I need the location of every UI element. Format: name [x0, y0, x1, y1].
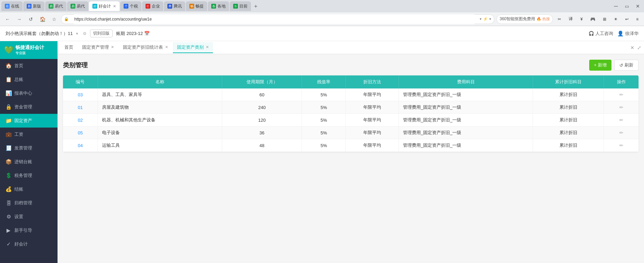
- app-tab-fixed-asset-mgmt[interactable]: 固定资产管理 ✕: [78, 42, 118, 53]
- browser-tab-tengxun[interactable]: 腾 腾讯: [164, 1, 185, 11]
- sidebar: 💚 畅捷通好会计 专业版 🏠 首页 📋 总账 📊 报表中心 🔒 资金管理: [0, 41, 58, 263]
- home-button[interactable]: 🏠: [38, 14, 47, 24]
- menu-button[interactable]: ≡: [633, 16, 641, 23]
- calendar-icon[interactable]: 📅: [144, 31, 150, 36]
- tab9-favicon: 畅: [189, 4, 194, 9]
- sidebar-item-guide[interactable]: ▶ 新手引导: [0, 224, 58, 237]
- browser-tab-changti[interactable]: 畅 畅提: [186, 1, 207, 11]
- sidebar-item-payroll[interactable]: 💼 工资: [0, 128, 58, 141]
- reload-button[interactable]: ↺: [26, 14, 36, 24]
- cell-accum-dep-0: 累计折旧: [533, 88, 604, 101]
- edit-button-3[interactable]: ✏: [619, 130, 623, 135]
- data-table: 编号 名称 使用期限（月） 残值率 折旧方法 费用科目 累计折旧科目 操作 03…: [63, 75, 639, 152]
- close-window-button[interactable]: ✕: [633, 1, 643, 11]
- user-avatar[interactable]: 👤 徐泽华: [617, 31, 639, 37]
- new-tab-button[interactable]: ＋: [252, 2, 260, 10]
- secure-icon: 🔒: [64, 17, 69, 21]
- edit-button-2[interactable]: ✏: [619, 117, 623, 123]
- col-name: 名称: [98, 75, 222, 88]
- undo-button[interactable]: ↩: [622, 16, 631, 23]
- browser-tab-geshuijin[interactable]: 个 个税: [120, 1, 141, 11]
- tab3-label: 易代: [55, 3, 63, 9]
- tab8-favicon: 腾: [167, 4, 172, 9]
- sidebar-feedback-label: 好会计: [14, 241, 28, 247]
- cell-name-4: 运输工具: [98, 139, 222, 152]
- sidebar-item-reports[interactable]: 📊 报表中心: [0, 86, 58, 100]
- game-button[interactable]: 🎮: [588, 16, 598, 23]
- edit-button-4[interactable]: ✏: [619, 143, 623, 148]
- cell-action-2[interactable]: ✏: [604, 114, 639, 127]
- app-tab-home[interactable]: 首页: [60, 42, 77, 53]
- minimize-button[interactable]: ─: [611, 1, 621, 11]
- tab4-label: 易代: [77, 3, 85, 9]
- sidebar-item-fixed-assets[interactable]: 📁 固定资产: [0, 114, 58, 128]
- sidebar-item-feedback[interactable]: ✓ 好会计: [0, 237, 58, 251]
- forward-button[interactable]: →: [14, 14, 24, 24]
- service-button[interactable]: 🎧 人工咨询: [589, 31, 613, 37]
- cell-action-3[interactable]: ✏: [604, 127, 639, 139]
- search-bar[interactable]: 360智能抠图免费用 🔥 热搜: [496, 14, 553, 24]
- sun-button[interactable]: ☀: [611, 16, 620, 23]
- edit-button-0[interactable]: ✏: [619, 92, 623, 97]
- settings-icon-header[interactable]: ⚙: [83, 31, 87, 36]
- sidebar-item-funds[interactable]: 🔒 资金管理: [0, 100, 58, 114]
- browser-tab-zaixin[interactable]: 在 在线: [1, 1, 23, 11]
- sidebar-item-close-accounts[interactable]: 💰 结账: [0, 182, 58, 196]
- cell-period-3: 36: [222, 127, 302, 139]
- browser-tab-haokuaiji[interactable]: 好 好会计 ✕: [89, 1, 119, 11]
- tab4-favicon: 易: [71, 4, 75, 9]
- app-tab-fixed-mgmt-close-icon[interactable]: ✕: [111, 45, 114, 49]
- app-tab-asset-category[interactable]: 固定资产类别 ✕: [173, 42, 213, 53]
- company-name: 刘小艳演示账套（勿删勿动！）11: [5, 31, 73, 37]
- sidebar-item-purchase-sales[interactable]: 📦 进销台账: [0, 155, 58, 169]
- page-info-icon[interactable]: ⚡: [483, 17, 488, 21]
- tab-bar-close-icon[interactable]: ✕: [630, 45, 634, 50]
- app-tab-category-close-icon[interactable]: ✕: [206, 45, 209, 49]
- translate-button[interactable]: 译: [566, 15, 576, 23]
- edit-button-1[interactable]: ✏: [619, 105, 623, 110]
- col-accum-dep: 累计折旧科目: [533, 75, 604, 88]
- sidebar-item-settings[interactable]: ⚙ 设置: [0, 210, 58, 224]
- tab5-close-icon[interactable]: ✕: [113, 4, 116, 9]
- refresh-button[interactable]: ↺ 刷新: [614, 60, 639, 71]
- grid-button[interactable]: ⊞: [600, 16, 609, 23]
- app-header-right: 🎧 人工咨询 👤 徐泽华: [589, 31, 639, 37]
- address-dropdown-icon[interactable]: ▾: [480, 17, 482, 21]
- app-tab-depreciation-close-icon[interactable]: ✕: [165, 45, 168, 49]
- sidebar-item-tax[interactable]: 💲 税务管理: [0, 169, 58, 182]
- funds-icon: 🔒: [5, 104, 12, 110]
- tab-bar-expand-icon[interactable]: ⤢: [637, 45, 641, 50]
- currency-button[interactable]: ¥: [578, 16, 585, 23]
- address-bar[interactable]: [70, 14, 478, 24]
- expand-address-icon[interactable]: ▾: [489, 17, 491, 21]
- cell-period-0: 60: [222, 88, 302, 101]
- back-button[interactable]: ←: [3, 14, 12, 24]
- sidebar-item-home[interactable]: 🏠 首页: [0, 59, 58, 73]
- sidebar-item-archive[interactable]: 🗄 归档管理: [0, 196, 58, 210]
- browser-tab-xinban[interactable]: 新 新版: [23, 1, 45, 11]
- app-tab-depreciation-report[interactable]: 固定资产折旧统计表 ✕: [119, 42, 172, 53]
- browser-tab-muqian[interactable]: S 目前: [230, 1, 251, 11]
- restore-button[interactable]: ▭: [622, 1, 632, 11]
- browser-tab-yidai2[interactable]: 易 易代: [67, 1, 88, 11]
- tab6-label: 个税: [130, 3, 138, 9]
- cell-method-0: 年限平均: [346, 88, 399, 101]
- switch-to-old-button[interactable]: 切到旧版: [90, 29, 113, 37]
- browser-tab-gedi[interactable]: 各 各地: [208, 1, 229, 11]
- cell-action-4[interactable]: ✏: [604, 139, 639, 152]
- bookmark-button[interactable]: ☆: [49, 14, 59, 24]
- cell-action-0[interactable]: ✏: [604, 88, 639, 101]
- cut-button[interactable]: ✂: [555, 16, 564, 23]
- cell-action-1[interactable]: ✏: [604, 101, 639, 114]
- dropdown-icon[interactable]: ▾: [76, 31, 78, 36]
- tab1-favicon: 在: [5, 4, 10, 9]
- refresh-icon: ↺: [619, 63, 623, 68]
- add-button[interactable]: + 新增: [589, 60, 611, 71]
- browser-tab-yidai1[interactable]: 易 易代: [45, 1, 66, 11]
- sidebar-item-invoices[interactable]: 🧾 发票管理: [0, 141, 58, 155]
- sidebar-item-ledger[interactable]: 📋 总账: [0, 73, 58, 86]
- browser-tab-qiye[interactable]: C 企业: [142, 1, 163, 11]
- tab11-favicon: S: [233, 4, 238, 9]
- table-header-row: 编号 名称 使用期限（月） 残值率 折旧方法 费用科目 累计折旧科目 操作: [63, 75, 639, 88]
- cell-residual-2: 5%: [302, 114, 345, 127]
